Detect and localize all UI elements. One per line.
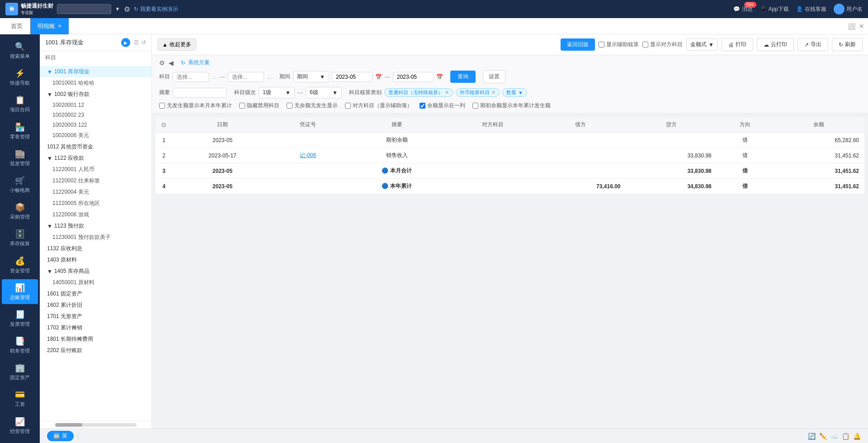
level-end-select[interactable]: 6级 ▼ [306,87,342,98]
message-btn[interactable]: 💬 消息 99+ [733,5,753,13]
bottom-icon-2[interactable]: ✏️ [819,433,827,440]
check-contra[interactable]: 对方科目（显示辅助项） [345,102,412,110]
sidebar-item-wholesale[interactable]: 🏬 批发管理 [2,145,38,170]
sidebar-item-payroll[interactable]: 💳 工资 [2,386,38,411]
tree-scrollbar-thumb[interactable] [55,423,82,427]
type-tag2[interactable]: 外币核算科目 ✕ [456,88,500,97]
tree-node-14050001[interactable]: 14050001 原材料 [40,277,151,288]
sidebar-item-project[interactable]: 📋 项目合同 [2,91,38,116]
tree-node-11220005[interactable]: 11220005 所在地区 [40,198,151,209]
tree-node-1012[interactable]: 1012 其他货币资金 [40,141,151,152]
tree-node-1002[interactable]: ▼ 1002 银行存款 [40,89,151,100]
expand-more-btn[interactable]: ▲ 收起更多 [157,38,196,51]
sidebar-item-fixed-assets[interactable]: 🏢 固定资产 [2,359,38,384]
tree-node-11220004[interactable]: 11220004 美元 [40,186,151,198]
tree-node-11220006[interactable]: 11220006 游戏 [40,209,151,220]
tree-node-1601[interactable]: 1601 固定资产 [40,288,151,300]
tab-maximize-btn[interactable]: ⬜ [848,23,855,30]
tree-node-10020002[interactable]: 10020002 23 [40,110,151,120]
tree-node-1701[interactable]: 1701 无形资产 [40,311,151,322]
tree-nav-btn[interactable]: ▶ [121,38,130,47]
scheme-refresh-icon[interactable]: ↻ [181,60,185,66]
tree-node-1702[interactable]: 1702 累计摊销 [40,322,151,333]
amount-format-dropdown[interactable]: 金额式 ▼ [686,38,718,51]
search-dropdown-btn[interactable]: ▼ [115,6,120,12]
tree-node-11220002[interactable]: 11220002 往来标签 [40,175,151,186]
sidebar-item-operations[interactable]: 📈 经营管理 [2,413,38,438]
check-no-balance[interactable]: 无余额无发生显示 [287,102,338,110]
filter-collapse-btn[interactable]: ◀ [169,59,174,67]
summary-input[interactable] [173,88,227,98]
query-btn[interactable]: 查询 [450,71,476,83]
tree-node-1123[interactable]: ▼ 1123 预付款 [40,220,151,232]
app-download-btn[interactable]: 📱 App下载 [760,5,789,13]
sidebar-item-ecommerce[interactable]: 🛒 小畅电商 [2,172,38,197]
tree-node-1405[interactable]: ▼ 1405 库存商品 [40,266,151,277]
top-search-input[interactable] [57,4,111,14]
tree-refresh-icon[interactable]: ↺ [142,39,146,46]
subject-input2[interactable] [228,72,264,82]
tab-detail[interactable]: 明细账 ✕ [30,18,69,34]
tree-scrollbar[interactable] [55,423,137,427]
type-tag2-close[interactable]: ✕ [491,90,495,95]
type-tag3[interactable]: 数量 ▼ [502,88,527,97]
export-btn[interactable]: ↗ 导出 [797,38,828,51]
tree-node-10010001[interactable]: 10010001 哈哈哈 [40,77,151,89]
sidebar-item-quick-nav[interactable]: ⚡ 快捷导航 [2,65,38,90]
tree-node-1132[interactable]: 1132 应收利息 [40,243,151,254]
sidebar-item-report[interactable]: 📰 小畅报销 [2,440,38,443]
sidebar-item-accounting[interactable]: 📊 总账管理 [2,279,38,304]
sidebar-item-invoice[interactable]: 🧾 发票管理 [2,306,38,331]
sidebar-item-purchase[interactable]: 📦 采购管理 [2,199,38,224]
tree-node-10020003[interactable]: 10020003 122 [40,120,151,130]
subject-input1[interactable] [173,72,209,82]
level-start-select[interactable]: 1级 ▼ [259,87,295,98]
tree-node-11230001[interactable]: 11230001 预付款款美子 [40,232,151,243]
bottom-icon-3[interactable]: ☁️ [830,433,838,440]
tree-node-2202[interactable]: 2202 应付账款 [40,345,151,356]
filter-settings-btn[interactable]: ⚙ [159,59,165,67]
tab-close-all-btn[interactable]: ✕ [859,23,864,30]
user-avatar[interactable]: 用户名 [834,4,863,14]
set-btn[interactable]: 设置 [483,70,505,83]
settings-btn[interactable]: ⚙ [124,5,130,14]
period-end-input[interactable] [393,72,434,82]
tree-node-11220001[interactable]: 11220001 人民币 [40,164,151,175]
scheme-label[interactable]: 系统方案 [188,59,210,67]
cloud-print-btn[interactable]: ☁ 云打印 [757,38,794,51]
tree-node-1801[interactable]: 1801 长期待摊费用 [40,333,151,345]
check-hide-disabled[interactable]: 隐藏禁用科目 [239,102,279,110]
check-balance-one-col[interactable]: 余额显示在一列 [420,102,465,110]
return-old-btn[interactable]: 返回旧版 [561,38,595,51]
print-btn[interactable]: 🖨 打印 [722,38,753,51]
tree-node-1001[interactable]: ▼ 1001 库存现金 [40,66,151,77]
tree-node-1403[interactable]: 1403 原材料 [40,254,151,266]
check-no-amount[interactable]: 无发生额显示本月本年累计 [159,102,232,110]
bottom-icon-4[interactable]: 📋 [842,433,849,440]
tree-node-1602[interactable]: 1602 累计折旧 [40,300,151,311]
translate-btn[interactable]: 🔤 英 [47,431,74,441]
period-start-input[interactable] [332,72,373,82]
bottom-icon-1[interactable]: 🔄 [808,433,816,440]
row2-voucher[interactable]: 记-006 [273,148,343,163]
sidebar-item-retail[interactable]: 🏪 零售管理 [2,119,38,143]
sidebar-item-capital[interactable]: 💰 资金管理 [2,252,38,277]
sidebar-item-tax[interactable]: 📑 税务管理 [2,333,38,357]
tree-node-10020006[interactable]: 10020006 美元 [40,130,151,141]
demo-link[interactable]: ↻ 我要看实例演示 [134,5,178,13]
sidebar-item-inventory[interactable]: 🗄️ 库存核算 [2,225,38,250]
tab-home[interactable]: 首页 [4,18,30,34]
check-initial-balance[interactable]: 期初余额显示本年累计发生额 [472,102,551,110]
bottom-icon-5[interactable]: 🔔 [853,433,861,440]
refresh-btn[interactable]: ↻ 刷新 [832,38,863,51]
tab-detail-close[interactable]: ✕ [58,24,61,29]
tree-node-10020001[interactable]: 10020001 12 [40,100,151,110]
show-aux-calc-check[interactable]: 显示辅助核算 [599,41,639,48]
period-calendar-end-icon[interactable]: 📅 [436,74,443,80]
period-calendar-icon[interactable]: 📅 [375,74,382,80]
type-tag1-close[interactable]: ✕ [445,90,449,95]
tree-list-icon[interactable]: ☰ [134,39,139,46]
show-contra-subject-check[interactable]: 显示对方科目 [642,41,683,48]
online-service-btn[interactable]: 👤 在线客服 [796,5,826,13]
table-settings-icon[interactable]: ⚙ [161,121,167,129]
